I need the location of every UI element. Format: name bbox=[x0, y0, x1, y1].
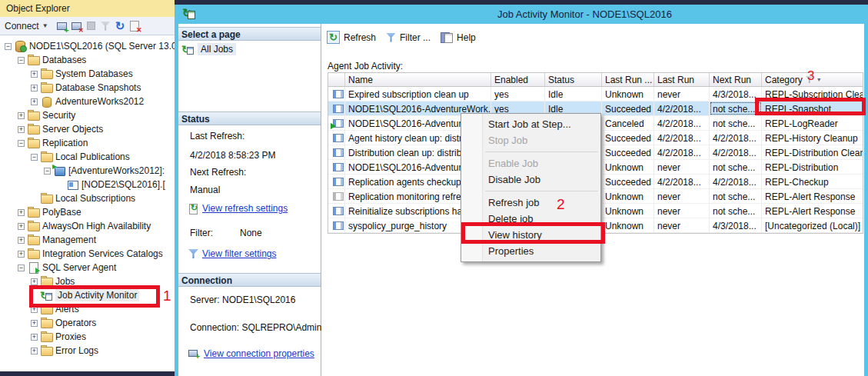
tree-item[interactable]: + AlwaysOn High Availability bbox=[0, 219, 175, 233]
tree-item[interactable]: + Jobs bbox=[0, 275, 175, 288]
job-last-run-outcome-cell: Unknown bbox=[602, 204, 654, 218]
context-menu-item[interactable]: Delete job bbox=[461, 211, 600, 227]
tree-item[interactable]: − Replication bbox=[0, 136, 175, 150]
refresh-button[interactable]: Refresh bbox=[327, 31, 376, 44]
tree-item-label: PolyBase bbox=[42, 207, 81, 218]
tree-item-icon bbox=[41, 82, 52, 93]
tree-expander-icon[interactable]: − bbox=[5, 43, 12, 50]
connect-dropdown[interactable]: Connect ▼ bbox=[5, 21, 48, 32]
connect-label: Connect bbox=[5, 21, 39, 32]
refresh-icon[interactable]: ↻ bbox=[114, 20, 127, 32]
context-menu-item[interactable]: View history bbox=[461, 227, 600, 243]
connection-user: Connection: SQLREPRO\Administra bbox=[190, 322, 339, 333]
column-header-next-run[interactable]: Next Run bbox=[710, 73, 762, 86]
tree-item[interactable]: Local Subscriptions bbox=[0, 191, 175, 205]
tree-expander-icon[interactable]: − bbox=[31, 154, 38, 161]
tree-item[interactable]: + AdventureWorks2012 bbox=[0, 95, 175, 108]
job-row[interactable]: Expired subscription clean up yes Idle U… bbox=[328, 87, 863, 101]
tree-item[interactable]: + Security bbox=[0, 108, 175, 122]
tree-expander-icon[interactable]: − bbox=[44, 168, 51, 175]
job-last-run-outcome-cell: Canceled bbox=[602, 116, 654, 130]
tree-item[interactable]: − Local Publications bbox=[0, 150, 175, 164]
tree-expander-icon[interactable]: + bbox=[31, 85, 38, 92]
disconnect-server-icon[interactable] bbox=[70, 20, 83, 32]
tree-item[interactable]: − Databases bbox=[0, 53, 175, 67]
help-button[interactable]: Help bbox=[441, 32, 476, 43]
tree-item[interactable]: Job Activity Monitor bbox=[0, 288, 175, 302]
tree-expander-icon[interactable]: + bbox=[18, 223, 25, 230]
filter-value: None bbox=[240, 228, 262, 238]
chevron-down-icon: ▼ bbox=[42, 22, 48, 29]
tree-item-label: Alerts bbox=[55, 304, 79, 314]
context-menu-item[interactable]: Stop Job bbox=[461, 132, 600, 148]
tree-item[interactable]: + Error Logs bbox=[0, 344, 175, 358]
page-item-all-jobs[interactable]: All Jobs bbox=[180, 42, 236, 55]
tree-item[interactable]: + Proxies bbox=[0, 330, 175, 344]
job-last-run-outcome-cell: Succeeded bbox=[602, 101, 654, 115]
tree-item[interactable]: − [AdventureWorks2012]: bbox=[0, 164, 175, 178]
column-header-enabled[interactable]: Enabled bbox=[491, 73, 545, 86]
tree-item-icon bbox=[54, 165, 65, 176]
job-next-run-cell: not sche... bbox=[710, 160, 762, 174]
tree-item[interactable]: + Operators bbox=[0, 316, 175, 330]
job-next-run-cell: 4/2/2018... bbox=[710, 175, 762, 188]
context-menu-item[interactable]: Enable Job bbox=[461, 155, 600, 171]
job-last-run-cell: 4/2/2018... bbox=[654, 131, 710, 145]
tree-item[interactable]: + Alerts bbox=[0, 302, 175, 316]
refresh-settings-icon bbox=[188, 204, 198, 214]
tree-expander-icon[interactable]: + bbox=[31, 348, 38, 354]
tree-item-label: Jobs bbox=[55, 276, 75, 287]
tree-item[interactable]: − NODE1\SQL2016 (SQL Server 13.0.1 bbox=[0, 39, 175, 53]
column-header-last-run-outcome[interactable]: Last Run ... bbox=[602, 73, 654, 86]
connect-server-icon[interactable] bbox=[55, 20, 68, 32]
tree-item-label: Error Logs bbox=[55, 345, 98, 356]
tree-expander-icon[interactable]: + bbox=[31, 334, 38, 341]
tree-item-icon bbox=[41, 304, 52, 314]
context-menu-item[interactable]: Properties bbox=[461, 243, 600, 259]
view-connection-properties-link[interactable]: View connection properties bbox=[188, 348, 314, 359]
tree-item-icon bbox=[28, 248, 39, 259]
tree-expander-icon[interactable]: + bbox=[31, 306, 38, 313]
context-menu-item[interactable] bbox=[461, 148, 600, 155]
job-icon bbox=[333, 148, 344, 157]
job-activity-monitor-icon bbox=[183, 8, 195, 19]
job-last-run-outcome-cell: Unknown bbox=[602, 160, 654, 174]
column-header-icon[interactable] bbox=[328, 73, 345, 86]
tree-expander-icon[interactable]: + bbox=[31, 98, 38, 105]
tree-expander-icon[interactable]: + bbox=[31, 320, 38, 327]
tree-expander-icon[interactable]: + bbox=[18, 209, 25, 216]
tree-expander-icon[interactable]: + bbox=[18, 112, 25, 119]
tree-item[interactable]: + Integration Services Catalogs bbox=[0, 247, 175, 261]
select-a-page-panel: Select a page All Jobs Status Last Refre… bbox=[178, 24, 321, 376]
view-filter-settings-link[interactable]: View filter settings bbox=[188, 248, 277, 259]
tree-expander-icon[interactable]: + bbox=[31, 71, 38, 78]
tree-item-label: AdventureWorks2012 bbox=[55, 96, 144, 107]
all-jobs-icon bbox=[182, 44, 194, 55]
filter-button[interactable]: Filter ... bbox=[386, 32, 431, 43]
tree-expander-icon[interactable]: + bbox=[31, 278, 38, 285]
context-menu-item[interactable]: Disable Job bbox=[461, 171, 600, 188]
window-titlebar[interactable]: Job Activity Monitor - NODE1\SQL2016 bbox=[175, 5, 868, 24]
tree-expander-icon[interactable]: − bbox=[18, 140, 25, 147]
tree-expander-icon[interactable]: + bbox=[18, 237, 25, 244]
tree-expander-icon[interactable]: + bbox=[18, 126, 25, 133]
context-menu-item[interactable]: Refresh job bbox=[461, 195, 600, 211]
tree-item[interactable]: + Management bbox=[0, 233, 175, 247]
tree-item[interactable]: + Server Objects bbox=[0, 122, 175, 136]
tree-expander-icon[interactable]: − bbox=[18, 265, 25, 271]
view-refresh-settings-link[interactable]: View refresh settings bbox=[188, 203, 288, 214]
column-header-name[interactable]: Name bbox=[345, 73, 491, 86]
job-icon bbox=[333, 221, 344, 230]
context-menu-item[interactable] bbox=[461, 188, 600, 195]
tree-item-icon bbox=[41, 345, 52, 356]
tree-item[interactable]: + System Databases bbox=[0, 67, 175, 81]
column-header-status[interactable]: Status bbox=[545, 73, 602, 86]
tree-expander-icon[interactable]: − bbox=[18, 57, 25, 64]
tree-item[interactable]: [NODE2\SQL2016].[ bbox=[0, 178, 175, 191]
tree-expander-icon[interactable]: + bbox=[18, 251, 25, 258]
column-header-last-run[interactable]: Last Run bbox=[654, 73, 710, 86]
tree-item[interactable]: + PolyBase bbox=[0, 205, 175, 219]
context-menu-item[interactable]: Start Job at Step... bbox=[461, 116, 600, 132]
tree-item[interactable]: + Database Snapshots bbox=[0, 81, 175, 95]
tree-item[interactable]: − SQL Server Agent bbox=[0, 261, 175, 275]
